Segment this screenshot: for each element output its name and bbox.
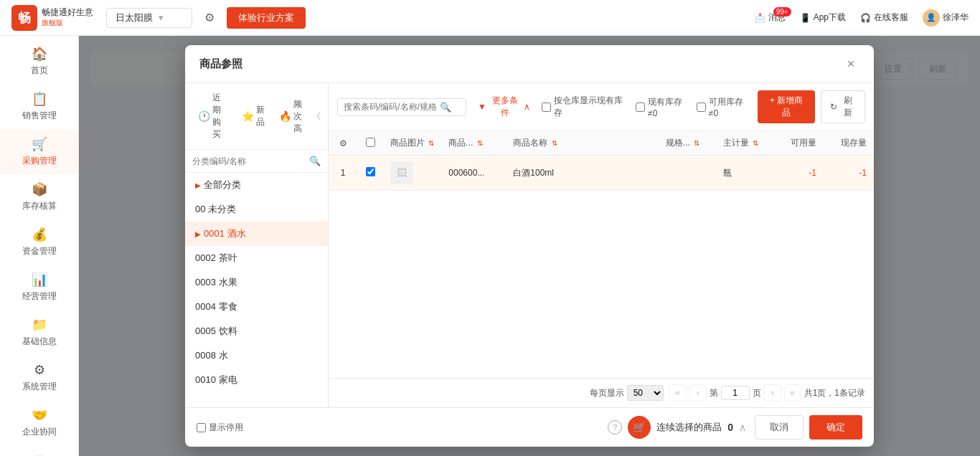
sidebar-item-basic-info[interactable]: 📁 基础信息 <box>0 310 78 355</box>
category-search-icon[interactable]: 🔍 <box>309 156 321 166</box>
th-check[interactable] <box>357 131 383 156</box>
user-avatar[interactable]: 👤 徐泽华 <box>923 9 969 27</box>
sidebar-label-inventory: 库存核算 <box>22 200 57 212</box>
sidebar-item-sales[interactable]: 📋 销售管理 <box>0 84 78 129</box>
sidebar-item-home[interactable]: 🏠 首页 <box>0 39 78 84</box>
modal-left-panel: 🕐 近期购买 ⭐ 新品 🔥 频次高 《 <box>185 83 329 407</box>
category-item-0005[interactable]: 0005 饮料 <box>185 319 328 343</box>
sidebar-item-enterprise[interactable]: 🤝 企业协同 <box>0 400 78 445</box>
img-placeholder-icon: 🖼 <box>397 167 407 179</box>
modal-header: 商品参照 × <box>185 45 874 83</box>
sidebar-label-enterprise: 企业协同 <box>22 426 57 438</box>
tab-freq-label: 频次高 <box>293 98 303 135</box>
exp-btn[interactable]: 体验行业方案 <box>227 7 306 29</box>
page-size-label: 每页显示 <box>590 387 624 399</box>
category-item-0003[interactable]: 0003 水果 <box>185 270 328 295</box>
category-item-0010[interactable]: 0010 家电 <box>185 368 328 392</box>
last-page-btn[interactable]: » <box>784 384 801 402</box>
cart-label: 连续选择的商品 <box>656 421 722 434</box>
category-item-0008[interactable]: 0008 水 <box>185 343 328 368</box>
prev-page-btn[interactable]: ‹ <box>689 384 707 402</box>
category-item-0001[interactable]: ▶ 0001 酒水 <box>185 222 328 246</box>
logo-sub: 旗舰版 <box>42 18 93 28</box>
settings-icon[interactable]: ⚙ <box>198 6 221 29</box>
sidebar-item-system[interactable]: ⚙ 系统管理 <box>0 355 78 400</box>
online-service-btn[interactable]: 🎧 在线客服 <box>860 11 908 24</box>
total-info: 共1页，1条记录 <box>804 387 865 399</box>
gear-col-icon: ⚙ <box>339 138 347 148</box>
category-item-0002[interactable]: 0002 茶叶 <box>185 246 328 270</box>
expand-icon: ▶ <box>195 230 201 238</box>
tab-recent[interactable]: 🕐 近期购买 <box>192 89 233 143</box>
show-disabled-label[interactable]: 显示停用 <box>197 422 243 434</box>
first-page-btn[interactable]: « <box>669 384 687 402</box>
table: ⚙ 商品图片 ⇅ <box>329 131 874 191</box>
sidebar-item-operations[interactable]: 📊 经营管理 <box>0 265 78 310</box>
sidebar-item-inventory[interactable]: 📦 库存核算 <box>0 174 78 219</box>
row-index: 1 <box>329 156 357 191</box>
tab-new-label: 新品 <box>256 104 265 128</box>
th-unit[interactable]: 主计量 ⇅ <box>716 131 766 156</box>
app-download-btn[interactable]: 📱 App下载 <box>800 11 846 24</box>
row-checkbox-cell[interactable] <box>357 156 383 191</box>
sort-icon: ⇅ <box>753 139 758 147</box>
cart-collapse-icon[interactable]: ∧ <box>739 422 746 433</box>
category-item-all[interactable]: ▶ 全部分类 <box>185 173 328 197</box>
checkbox-warehouse[interactable]: 按仓库显示现有库存 <box>542 95 630 119</box>
th-code[interactable]: 商品... ⇅ <box>441 131 506 156</box>
th-img[interactable]: 商品图片 ⇅ <box>383 131 441 156</box>
row-avail: -1 <box>766 156 824 191</box>
th-gear[interactable]: ⚙ <box>329 131 357 156</box>
navbar-right: 📩 消息 99+ 📱 App下载 🎧 在线客服 👤 徐泽华 <box>755 9 969 27</box>
recent-icon: 🕐 <box>198 110 210 122</box>
select-all-checkbox[interactable] <box>366 138 375 147</box>
messages-btn[interactable]: 📩 消息 99+ <box>755 11 786 24</box>
pagination: « ‹ 第 页 › » 共1页，1条记录 <box>669 384 865 402</box>
tab-freq[interactable]: 🔥 频次高 <box>273 89 309 143</box>
checkbox-avail-input[interactable] <box>697 103 706 112</box>
help-icon[interactable]: ? <box>608 420 622 434</box>
product-search-bar: 🔍 <box>337 98 466 116</box>
dropdown-arrow-icon: ▾ <box>159 12 164 23</box>
tab-new[interactable]: ⭐ 新品 <box>236 89 270 143</box>
next-page-btn[interactable]: › <box>764 384 781 402</box>
refresh-btn[interactable]: ↻ 刷新 <box>821 90 865 123</box>
sidebar: 🏠 首页 📋 销售管理 🛒 采购管理 📦 库存核算 💰 资金管理 📊 经营管理 … <box>0 36 79 456</box>
cancel-btn[interactable]: 取消 <box>755 415 804 440</box>
category-item-00[interactable]: 00 未分类 <box>185 197 328 222</box>
sidebar-item-purchase[interactable]: 🛒 采购管理 <box>0 129 78 174</box>
product-thumbnail: 🖼 <box>390 161 413 184</box>
add-product-btn[interactable]: + 新增商品 <box>758 90 816 123</box>
modal-close-btn[interactable]: × <box>842 55 859 72</box>
sidebar-label-home: 首页 <box>31 65 48 77</box>
app-icon: 📱 <box>800 13 811 23</box>
row-checkbox[interactable] <box>366 167 375 176</box>
product-search-input[interactable] <box>344 102 437 112</box>
th-name[interactable]: 商品名称 ⇅ <box>506 131 659 156</box>
page-number-input[interactable] <box>721 386 750 400</box>
product-reference-modal: 商品参照 × 🕐 近期购买 ⭐ 新 <box>185 45 874 447</box>
modal-right-panel: 🔍 ▼ 更多条件 ∧ 按仓库显示现有库存 <box>329 83 874 407</box>
search-icon[interactable]: 🔍 <box>440 102 451 113</box>
cart-icon[interactable]: 🛒 <box>628 416 651 439</box>
collapse-left-btn[interactable]: 《 <box>312 109 321 123</box>
checkbox-warehouse-input[interactable] <box>542 103 551 112</box>
confirm-btn[interactable]: 确定 <box>809 415 862 440</box>
checkbox-avail-nonzero[interactable]: 可用库存≠0 <box>697 96 752 118</box>
checkbox-stock-input[interactable] <box>636 103 645 112</box>
show-disabled-checkbox[interactable] <box>197 423 206 432</box>
sort-icon: ⇅ <box>477 139 483 147</box>
th-name-label: 商品名称 <box>513 138 547 148</box>
category-search-input[interactable] <box>192 156 309 166</box>
th-spec[interactable]: 规格... ⇅ <box>659 131 716 156</box>
page-size-dropdown[interactable]: 50 10 20 100 <box>627 385 664 401</box>
category-item-0004[interactable]: 0004 零食 <box>185 295 328 319</box>
sidebar-item-guide[interactable]: 📖 新手引导 <box>0 445 78 456</box>
checkbox-stock-nonzero[interactable]: 现有库存≠0 <box>636 96 691 118</box>
sidebar-item-finance[interactable]: 💰 资金管理 <box>0 219 78 265</box>
filter-btn[interactable]: ▼ 更多条件 ∧ <box>472 92 536 122</box>
app-label: App下载 <box>814 11 846 24</box>
table-row[interactable]: 1 🖼 <box>329 156 874 191</box>
store-selector[interactable]: 日太阳膜 ▾ <box>106 8 192 28</box>
row-name: 白酒100ml <box>506 156 659 191</box>
